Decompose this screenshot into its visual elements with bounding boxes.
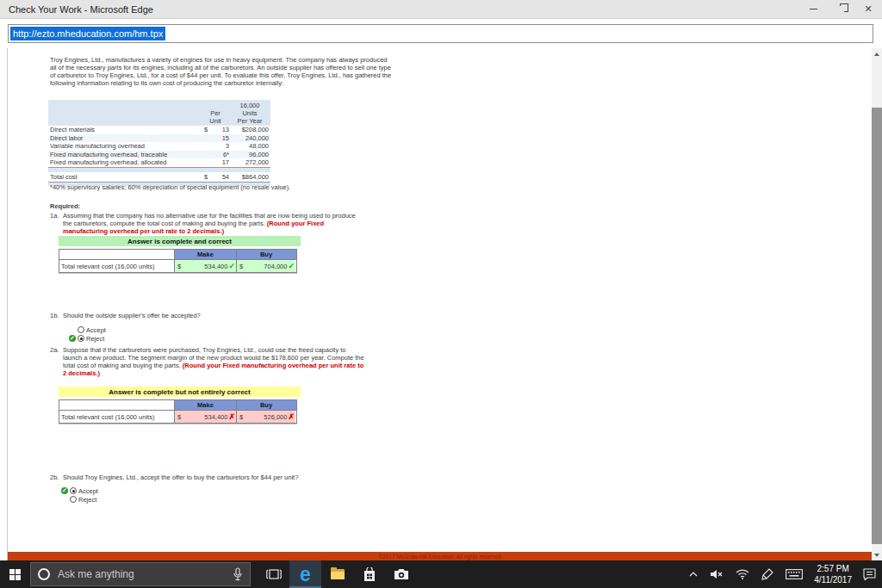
correct-badge-icon: ✓ xyxy=(61,487,68,494)
question-number: 2a. xyxy=(50,346,63,377)
clock-date: 4/11/2017 xyxy=(814,574,852,585)
answer1-table-header: Make Buy xyxy=(59,250,296,259)
question-2b-text: Should Troy Engines, Ltd., accept the of… xyxy=(63,473,365,481)
question-1b-options: Accept ✓ Reject xyxy=(69,325,106,343)
copyright-footer-bar: ©2017 McGraw-Hill Education. All rights … xyxy=(8,552,872,560)
clock-time: 2:57 PM xyxy=(814,563,852,574)
window-titlebar: Check Your Work - Microsoft Edge ✕ xyxy=(0,0,882,19)
answer1-make-cell[interactable]: $ 534,400✓ xyxy=(175,260,237,272)
radio-button[interactable] xyxy=(78,326,84,333)
task-view-icon xyxy=(266,568,282,580)
answer1-buy-cell[interactable]: $ 704,000✓ xyxy=(237,260,295,272)
footnote: *40% supervisory salaries; 60% depreciat… xyxy=(50,183,290,191)
windows-store-icon xyxy=(363,567,376,582)
radio-label: Reject xyxy=(78,496,96,504)
column-header-make: Make xyxy=(175,250,237,259)
address-bar-row: http://ezto.mheducation.com/hm.tpx xyxy=(0,19,882,48)
windows-ink-button[interactable] xyxy=(755,560,780,588)
system-tray: 2:57 PM 4/11/2017 xyxy=(683,560,882,588)
scrollbar-thumb[interactable] xyxy=(872,108,882,544)
edge-browser-icon: e xyxy=(300,565,311,585)
answer2-data-row: Total relevant cost (16,000 units) $ 534… xyxy=(59,410,296,423)
question-number: 1a. xyxy=(50,212,63,235)
taskbar-store-button[interactable] xyxy=(353,560,385,588)
cost-header-units-count: 16,000 xyxy=(229,102,270,109)
correct-check-icon: ✓ xyxy=(288,263,295,270)
radio-option-reject[interactable]: Reject xyxy=(61,495,98,504)
total-row: Total cost $54 $864,000 xyxy=(48,172,270,182)
row-label: Total relevant cost (16,000 units) xyxy=(59,260,175,272)
restore-button[interactable] xyxy=(827,0,854,19)
cost-header-per: Per xyxy=(202,109,229,117)
scroll-down-button[interactable] xyxy=(872,549,882,560)
microphone-icon[interactable] xyxy=(233,567,243,581)
close-button[interactable]: ✕ xyxy=(854,0,882,19)
column-header-make: Make xyxy=(175,400,237,410)
taskbar-camera-button[interactable] xyxy=(385,560,417,588)
action-center-button[interactable] xyxy=(857,560,882,588)
chevron-up-icon xyxy=(689,572,698,577)
problem-intro: Troy Engines, Ltd., manufactures a varie… xyxy=(50,56,393,87)
wifi-icon xyxy=(736,569,749,579)
vertical-scrollbar[interactable] xyxy=(872,48,882,560)
windows-logo-icon xyxy=(9,569,21,580)
network-button[interactable] xyxy=(730,560,755,588)
radio-option-accept[interactable]: ✓ Accept xyxy=(61,486,98,495)
radio-button-selected[interactable] xyxy=(78,335,84,342)
taskbar-search-box[interactable]: Ask me anything xyxy=(30,562,251,586)
keyboard-icon xyxy=(786,569,803,579)
correct-badge-icon: ✓ xyxy=(69,335,76,342)
question-2a: 2a. Suppose that if the carburetors were… xyxy=(50,346,365,377)
table-row: Variable manufacturing overhead 3 48,000 xyxy=(48,142,270,151)
radio-button-selected[interactable] xyxy=(70,487,77,494)
answer2-status-banner: Answer is complete but not entirely corr… xyxy=(59,387,301,397)
search-placeholder-text: Ask me anything xyxy=(50,568,233,580)
camera-icon xyxy=(394,568,409,580)
minimize-button[interactable] xyxy=(799,0,827,19)
question-1b: 1b. Should the outside supplier's offer … xyxy=(50,312,365,319)
radio-label: Accept xyxy=(86,326,106,334)
incorrect-cross-icon: ✗ xyxy=(288,413,295,421)
answer2-buy-cell[interactable]: $ 526,000✗ xyxy=(237,411,295,423)
cost-header-per-year: Per Year xyxy=(229,117,270,125)
question-number: 1b. xyxy=(50,312,63,319)
table-row: Direct labor 15 240,000 xyxy=(48,134,270,143)
table-row: Fixed manufacturing overhead, allocated … xyxy=(48,158,270,167)
volume-button[interactable] xyxy=(704,560,730,588)
scroll-down-icon xyxy=(874,554,879,557)
table-row: Fixed manufacturing overhead, traceable … xyxy=(48,151,270,159)
answer2-table-header: Make Buy xyxy=(59,400,296,410)
answer1-data-row: Total relevant cost (16,000 units) $ 534… xyxy=(59,259,296,272)
browser-page: Troy Engines, Ltd., manufactures a varie… xyxy=(7,48,872,560)
required-label: Required: xyxy=(50,202,80,210)
column-header-buy: Buy xyxy=(237,400,295,410)
scroll-up-icon xyxy=(874,53,879,56)
table-row: Direct materials $13 $208,000 xyxy=(48,126,270,134)
file-explorer-icon xyxy=(331,569,345,579)
radio-option-accept[interactable]: Accept xyxy=(69,325,106,334)
start-button[interactable] xyxy=(0,560,29,588)
show-hidden-icons-button[interactable] xyxy=(683,560,704,588)
answer1-table: Make Buy Total relevant cost (16,000 uni… xyxy=(59,249,297,273)
radio-label: Reject xyxy=(86,335,104,343)
address-input[interactable]: http://ezto.mheducation.com/hm.tpx xyxy=(8,24,873,43)
column-header-buy: Buy xyxy=(237,250,295,259)
radio-option-reject[interactable]: ✓ Reject xyxy=(69,334,106,343)
close-icon: ✕ xyxy=(864,3,872,15)
radio-button[interactable] xyxy=(70,496,77,503)
question-1b-text: Should the outside supplier's offer be a… xyxy=(63,312,365,319)
scroll-up-button[interactable] xyxy=(872,48,882,59)
window-title: Check Your Work - Microsoft Edge xyxy=(0,4,799,15)
answer2-table: Make Buy Total relevant cost (16,000 uni… xyxy=(59,399,297,424)
cost-table-header: 16,000 PerUnits UnitPer Year xyxy=(48,100,270,126)
answer1-status-banner: Answer is complete and correct xyxy=(59,236,301,246)
touch-keyboard-button[interactable] xyxy=(780,560,809,588)
correct-check-icon: ✓ xyxy=(228,263,235,270)
answer2-make-cell[interactable]: $ 534,400✗ xyxy=(175,411,237,423)
question-2b: 2b. Should Troy Engines, Ltd., accept th… xyxy=(50,473,365,481)
row-label: Total relevant cost (16,000 units) xyxy=(59,411,175,423)
task-view-button[interactable] xyxy=(258,560,289,588)
taskbar-edge-button[interactable]: e xyxy=(289,560,321,588)
taskbar-file-explorer-button[interactable] xyxy=(321,560,353,588)
taskbar-clock[interactable]: 2:57 PM 4/11/2017 xyxy=(809,563,857,585)
